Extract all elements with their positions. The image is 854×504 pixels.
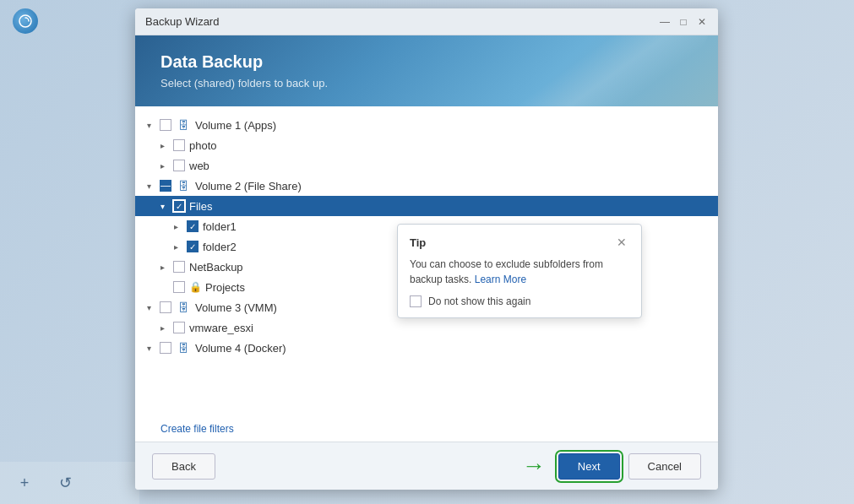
desktop: + ↺ Backup Wizard — □ ✕ Data Backup Sele… — [0, 0, 854, 504]
volume-icon-vol2: 🗄 — [176, 180, 191, 192]
toggle-vmware[interactable] — [155, 321, 169, 334]
tip-body: You can choose to exclude subfolders fro… — [410, 257, 629, 287]
wizard-header: Data Backup Select (shared) folders to b… — [135, 35, 718, 106]
toggle-vol1[interactable] — [142, 118, 155, 132]
close-button[interactable]: ✕ — [696, 16, 708, 28]
checkbox-web[interactable] — [173, 160, 185, 171]
tree-item-web[interactable]: web — [135, 155, 718, 176]
lock-icon-projects: 🔒 — [189, 281, 202, 293]
tip-header: Tip ✕ — [410, 235, 629, 250]
wizard-subtitle: Select (shared) folders to back up. — [160, 77, 693, 89]
window-controls: — □ ✕ — [659, 16, 708, 28]
checkbox-netbackup[interactable] — [173, 261, 185, 273]
backup-wizard-window: Backup Wizard — □ ✕ Data Backup Select (… — [135, 8, 718, 490]
tree-item-vmware[interactable]: vmware_esxi — [135, 317, 718, 338]
label-vol2: Volume 2 (File Share) — [195, 180, 302, 192]
label-netbackup: NetBackup — [189, 261, 243, 274]
checkbox-folder2[interactable]: ✓ — [187, 241, 199, 252]
back-button[interactable]: Back — [152, 453, 215, 480]
label-files: Files — [189, 200, 212, 213]
toggle-folder2[interactable] — [169, 240, 182, 253]
checkbox-vol4[interactable] — [160, 342, 171, 354]
history-button[interactable]: ↺ — [53, 471, 77, 495]
toggle-vol4[interactable] — [142, 341, 155, 355]
minimize-button[interactable]: — — [659, 16, 671, 28]
cancel-button[interactable]: Cancel — [628, 453, 701, 480]
checkbox-projects[interactable] — [173, 281, 185, 293]
tree-item-vol4[interactable]: 🗄 Volume 4 (Docker) — [135, 338, 718, 358]
create-file-filters-link[interactable]: Create file filters — [135, 416, 718, 442]
checkbox-files[interactable]: ✓ — [173, 200, 185, 212]
next-button[interactable]: Next — [558, 453, 620, 480]
add-button[interactable]: + — [13, 471, 36, 495]
tip-popup: Tip ✕ You can choose to exclude subfolde… — [397, 224, 642, 318]
tip-no-show-checkbox[interactable] — [410, 295, 422, 307]
taskbar-bottom: + ↺ — [0, 462, 139, 504]
checkbox-vol2[interactable]: — — [160, 180, 171, 192]
volume-icon-vol1: 🗄 — [176, 119, 191, 131]
tree-item-files[interactable]: ✓ Files — [135, 196, 718, 216]
toggle-web[interactable] — [155, 159, 169, 172]
checkbox-vmware[interactable] — [173, 322, 185, 333]
svg-point-0 — [19, 15, 31, 27]
tip-title: Tip — [410, 236, 426, 249]
tree-item-photo[interactable]: photo — [135, 135, 718, 155]
next-arrow-indicator: → — [522, 453, 546, 480]
label-vol4: Volume 4 (Docker) — [195, 342, 286, 355]
checkbox-folder1[interactable]: ✓ — [187, 220, 199, 232]
toggle-photo[interactable] — [155, 138, 169, 152]
tip-footer: Do not show this again — [410, 295, 629, 307]
checkbox-vol3[interactable] — [160, 301, 171, 313]
toggle-netbackup[interactable] — [155, 260, 169, 274]
wizard-footer: Back → Next Cancel — [135, 442, 718, 490]
label-vol3: Volume 3 (VMM) — [195, 301, 277, 314]
label-vol1: Volume 1 (Apps) — [195, 119, 276, 132]
tree-item-vol1[interactable]: 🗄 Volume 1 (Apps) — [135, 115, 718, 135]
learn-more-link[interactable]: Learn More — [475, 274, 526, 285]
app-icon[interactable] — [13, 8, 38, 34]
toggle-files[interactable] — [155, 199, 169, 213]
label-projects: Projects — [205, 281, 245, 294]
tip-no-show-label: Do not show this again — [428, 295, 530, 307]
volume-icon-vol4: 🗄 — [176, 342, 191, 354]
toggle-folder1[interactable] — [169, 219, 182, 233]
footer-left: Back — [152, 453, 215, 480]
checkbox-photo[interactable] — [173, 139, 185, 151]
window-titlebar: Backup Wizard — □ ✕ — [135, 8, 718, 35]
label-photo: photo — [189, 139, 217, 152]
footer-right: → Next Cancel — [522, 453, 701, 480]
label-web: web — [189, 160, 209, 172]
toggle-vol2[interactable] — [142, 179, 155, 192]
tip-close-button[interactable]: ✕ — [614, 235, 629, 250]
maximize-button[interactable]: □ — [677, 16, 689, 28]
label-vmware: vmware_esxi — [189, 322, 253, 334]
checkbox-vol1[interactable] — [160, 119, 171, 131]
toggle-vol3[interactable] — [142, 301, 155, 314]
label-folder2: folder2 — [203, 241, 237, 253]
wizard-body: 🗄 Volume 1 (Apps) photo web — [135, 106, 718, 442]
wizard-title: Data Backup — [160, 52, 693, 72]
label-folder1: folder1 — [203, 220, 237, 233]
window-title: Backup Wizard — [145, 15, 219, 28]
volume-icon-vol3: 🗄 — [176, 301, 191, 313]
tree-item-vol2[interactable]: — 🗄 Volume 2 (File Share) — [135, 176, 718, 196]
